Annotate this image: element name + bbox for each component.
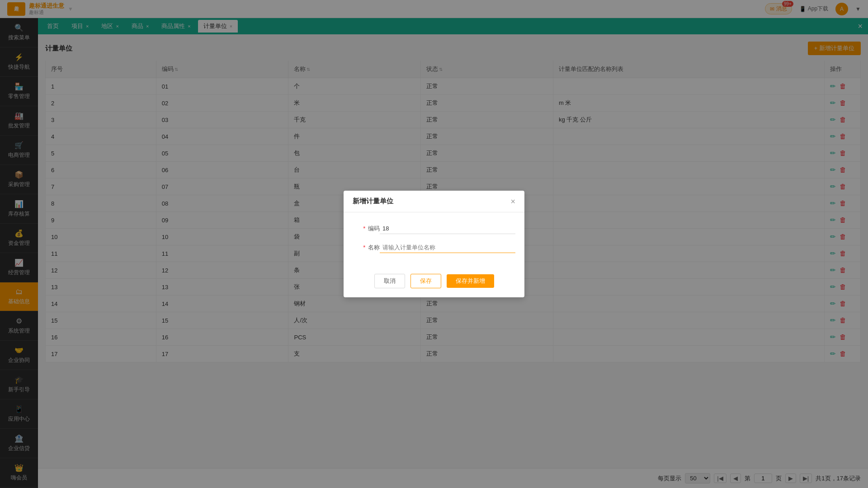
add-unit-modal: 新增计量单位 × * 编码 * 名称 取消 保存 保存并新增 <box>344 191 524 297</box>
required-mark-name: * <box>363 244 365 251</box>
save-and-new-button[interactable]: 保存并新增 <box>447 274 494 288</box>
modal-footer: 取消 保存 保存并新增 <box>344 268 524 297</box>
code-input[interactable] <box>380 223 515 234</box>
form-name-label: * 名称 <box>353 244 380 252</box>
name-input[interactable] <box>380 242 515 253</box>
modal-close-button[interactable]: × <box>510 197 515 206</box>
modal-title: 新增计量单位 <box>353 197 393 206</box>
save-button[interactable]: 保存 <box>410 274 441 288</box>
required-mark: * <box>363 225 365 232</box>
form-code-label: * 编码 <box>353 225 380 233</box>
form-row-name: * 名称 <box>353 242 515 253</box>
modal-overlay[interactable]: 新增计量单位 × * 编码 * 名称 取消 保存 保存并新增 <box>0 0 868 488</box>
form-row-code: * 编码 <box>353 223 515 234</box>
modal-header: 新增计量单位 × <box>344 191 524 212</box>
cancel-button[interactable]: 取消 <box>374 274 405 288</box>
modal-body: * 编码 * 名称 <box>344 212 524 268</box>
